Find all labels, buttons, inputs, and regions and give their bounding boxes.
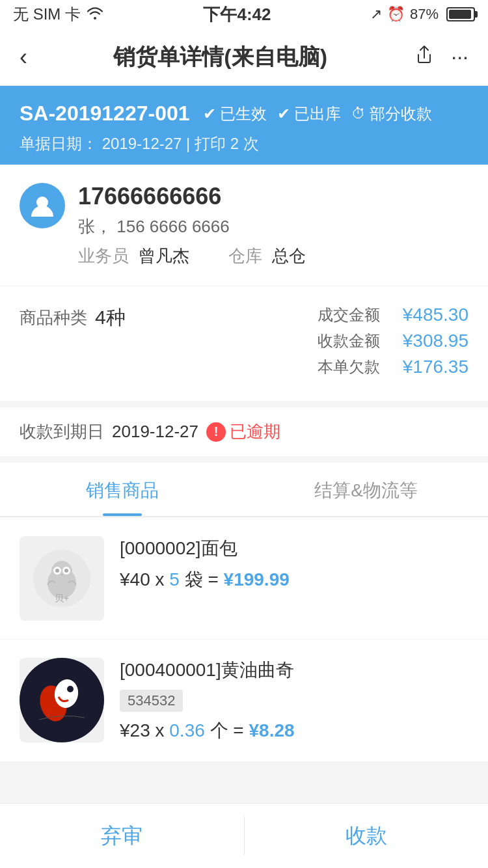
customer-name: 17666666666 [78, 183, 468, 210]
status-time: 下午4:42 [203, 3, 271, 26]
kinds-value: 4种 [95, 305, 126, 331]
tab-products-label: 销售商品 [86, 480, 159, 500]
tab-products[interactable]: 销售商品 [0, 463, 244, 516]
status-tag-effective: ✔ 已生效 [203, 103, 267, 124]
overdue-text: 已逾期 [230, 420, 280, 443]
customer-info: 17666666666 张， 156 6666 6666 业务员 曾凡杰 仓库 … [78, 183, 468, 267]
status-right: ↗ ⏰ 87% [370, 6, 475, 23]
sales-value: 曾凡杰 [139, 246, 189, 265]
product-name-2: [000400001]黄油曲奇 [120, 658, 468, 683]
tab-settlement[interactable]: 结算&物流等 [244, 463, 488, 516]
status-left: 无 SIM 卡 [13, 4, 104, 25]
due-section: 收款到期日 2019-12-27 ! 已逾期 [0, 407, 488, 463]
due-label: 收款到期日 [20, 420, 104, 443]
product-price-1: ¥40 [120, 569, 150, 590]
wifi-icon [86, 5, 104, 23]
customer-section: 17666666666 张， 156 6666 6666 业务员 曾凡杰 仓库 … [0, 165, 488, 286]
summary-section: 商品种类 4种 成交金额 ¥485.30 收款金额 ¥308.95 本单欠款 ¥… [0, 286, 488, 407]
header-banner-bottom: 单据日期： 2019-12-27 | 打印 2 次 [20, 133, 468, 154]
summary-right: 成交金额 ¥485.30 收款金额 ¥308.95 本单欠款 ¥176.35 [318, 305, 468, 383]
product-list: 贝+ [0000002]面包 ¥40 x 5 袋 = ¥199.99 [0, 518, 488, 762]
share-icon[interactable] [413, 44, 435, 71]
header-banner: SA-20191227-001 ✔ 已生效 ✔ 已出库 ⏱ 部分收款 单据日期：… [0, 86, 488, 165]
svg-point-6 [55, 569, 59, 573]
product-thumb-1: 贝+ [20, 536, 104, 621]
check-shipped-icon: ✔ [277, 105, 290, 123]
more-icon[interactable]: ··· [451, 45, 468, 69]
order-id: SA-20191227-001 [20, 102, 190, 126]
sales-label: 业务员 [78, 246, 129, 265]
status-bar: 无 SIM 卡 下午4:42 ↗ ⏰ 87% [0, 0, 488, 29]
tabs: 销售商品 结算&物流等 [0, 463, 488, 517]
warehouse-meta: 仓库 总仓 [228, 245, 306, 267]
product-qty-1: 5 [169, 569, 180, 590]
amount-value: ¥485.30 [390, 305, 468, 325]
tab-settlement-label: 结算&物流等 [314, 480, 418, 500]
customer-contact: 张， [78, 217, 112, 236]
product-total-1: ¥199.99 [224, 569, 290, 590]
product-item-2: [000400001]黄油曲奇 534532 ¥23 x 0.36 个 = ¥8… [0, 640, 488, 762]
collected-value: ¥308.95 [390, 331, 468, 351]
avatar-icon [29, 192, 56, 219]
product-thumb-2-image [20, 658, 104, 742]
bottom-bar: 弃审 收款 [0, 803, 488, 868]
product-price-row-1: ¥40 x 5 袋 = ¥199.99 [120, 567, 468, 592]
status-effective-label: 已生效 [220, 103, 267, 124]
status-tag-shipped: ✔ 已出库 [277, 103, 341, 124]
product-info-2: [000400001]黄油曲奇 534532 ¥23 x 0.36 个 = ¥8… [120, 658, 468, 743]
overdue-icon: ! [206, 422, 226, 442]
status-partial-label: 部分收款 [370, 103, 432, 124]
product-name-1: [0000002]面包 [120, 536, 468, 561]
product-price-2: ¥23 [120, 720, 150, 740]
status-shipped-label: 已出库 [294, 103, 341, 124]
product-total-2: ¥8.28 [249, 720, 294, 740]
nav-bar: ‹ 销货单详情(来自电脑) ··· [0, 29, 488, 86]
debt-row: 本单欠款 ¥176.35 [318, 357, 468, 377]
back-button[interactable]: ‹ [20, 44, 27, 71]
warehouse-value: 总仓 [272, 246, 306, 265]
avatar [20, 183, 65, 228]
kinds-label: 商品种类 [20, 306, 87, 329]
product-item: 贝+ [0000002]面包 ¥40 x 5 袋 = ¥199.99 [0, 518, 488, 640]
product-unit-1: 袋 [185, 569, 203, 590]
due-date: 2019-12-27 [112, 422, 198, 442]
product-info-1: [0000002]面包 ¥40 x 5 袋 = ¥199.99 [120, 536, 468, 592]
debt-value: ¥176.35 [390, 357, 468, 377]
product-placeholder-1: 贝+ [20, 536, 104, 621]
header-banner-top: SA-20191227-001 ✔ 已生效 ✔ 已出库 ⏱ 部分收款 [20, 102, 468, 126]
amount-label: 成交金额 [318, 305, 380, 325]
customer-phone: 张， 156 6666 6666 [78, 215, 468, 238]
nav-right-actions: ··· [413, 44, 468, 71]
product-sku-2: 534532 [120, 690, 183, 712]
date-label: 单据日期： [20, 135, 98, 152]
sales-meta: 业务员 曾凡杰 [78, 245, 189, 267]
clock-icon: ⏱ [351, 105, 366, 122]
amount-row: 成交金额 ¥485.30 [318, 305, 468, 325]
warehouse-label: 仓库 [228, 246, 262, 265]
print-count: 打印 2 次 [195, 135, 259, 152]
check-effective-icon: ✔ [203, 105, 216, 123]
gps-icon: ↗ [370, 6, 382, 23]
collected-label: 收款金额 [318, 331, 380, 351]
collected-row: 收款金额 ¥308.95 [318, 331, 468, 351]
cancel-button[interactable]: 弃审 [0, 804, 244, 868]
svg-point-7 [64, 569, 68, 573]
nav-title: 销货单详情(来自电脑) [113, 42, 327, 72]
alarm-icon: ⏰ [387, 6, 405, 23]
product-thumb-owl-icon: 贝+ [33, 549, 91, 608]
svg-text:贝+: 贝+ [55, 593, 69, 603]
customer-phone-num: 156 6666 6666 [116, 217, 230, 236]
product-price-row-2: ¥23 x 0.36 个 = ¥8.28 [120, 718, 468, 743]
debt-label: 本单欠款 [318, 357, 380, 377]
header-date: 2019-12-27 [102, 135, 182, 152]
battery-indicator [446, 7, 475, 21]
summary-kinds: 商品种类 4种 [20, 305, 126, 331]
overdue-badge: ! 已逾期 [206, 420, 280, 443]
product-qty-2: 0.36 [169, 720, 205, 740]
svg-point-12 [67, 686, 74, 692]
summary-left: 商品种类 4种 [20, 305, 126, 383]
customer-meta: 业务员 曾凡杰 仓库 总仓 [78, 245, 468, 267]
carrier-text: 无 SIM 卡 [13, 4, 81, 25]
status-tags: ✔ 已生效 ✔ 已出库 ⏱ 部分收款 [203, 103, 432, 124]
confirm-button[interactable]: 收款 [245, 804, 489, 868]
